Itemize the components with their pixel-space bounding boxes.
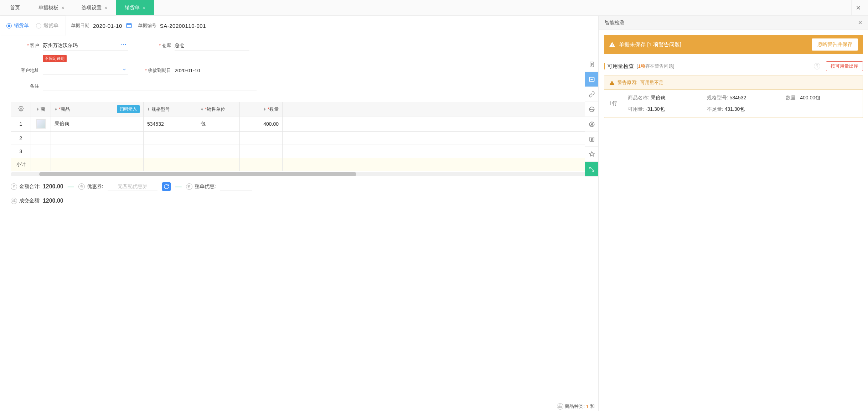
address-input[interactable] bbox=[43, 66, 128, 75]
remark-label: 备注 bbox=[11, 83, 39, 89]
deal-value: 1200.00 bbox=[43, 198, 63, 204]
svg-point-6 bbox=[591, 123, 593, 125]
discount-input[interactable] bbox=[220, 183, 252, 191]
due-date-label: 收款到期日 bbox=[143, 67, 171, 74]
warning-card: 警告原因: 可用量不足 1行 商品名称:果倍爽 规格型号:534532 数量 4… bbox=[604, 76, 863, 118]
discount-icon: 折 bbox=[186, 183, 192, 190]
due-date-input[interactable]: 2020-01-10 bbox=[175, 66, 249, 75]
tool-currency-icon[interactable] bbox=[585, 132, 598, 147]
panel-title: 智能检测 bbox=[605, 20, 625, 26]
col-qty[interactable]: *数量 bbox=[240, 102, 283, 116]
section-title: 可用量检查 bbox=[607, 63, 634, 70]
doc-header: 销货单 退货单 单据日期 2020-01-10 单据编号 SA-20200110… bbox=[0, 16, 598, 36]
side-toolbar bbox=[585, 57, 598, 177]
table-row[interactable]: 2 bbox=[11, 131, 587, 145]
radio-return[interactable]: 退货单 bbox=[36, 22, 58, 29]
summary-icon: 品 bbox=[557, 403, 563, 410]
smart-check-panel: 智能检测 × 单据未保存 [1 项警告问题] 忽略警告并保存 可用量检查 [1项… bbox=[599, 16, 868, 411]
row-index: 1行 bbox=[609, 95, 621, 113]
date-label: 单据日期 bbox=[71, 22, 89, 29]
horizontal-scrollbar[interactable] bbox=[11, 172, 588, 176]
tab-doc-template[interactable]: 单据模板× bbox=[30, 0, 73, 15]
close-icon[interactable]: × bbox=[858, 19, 862, 27]
table-header: 商 *商品扫码录入 规格型号 *销售单位 *数量 bbox=[11, 102, 587, 116]
warning-banner: 单据未保存 [1 项警告问题] 忽略警告并保存 bbox=[604, 35, 863, 54]
scan-button[interactable]: 扫码录入 bbox=[117, 105, 140, 113]
calendar-icon[interactable] bbox=[126, 22, 132, 30]
warning-icon bbox=[609, 41, 615, 48]
col-product[interactable]: *商品扫码录入 bbox=[51, 102, 144, 116]
warehouse-input[interactable]: 总仓 bbox=[175, 41, 249, 51]
tool-chart-icon[interactable] bbox=[585, 72, 598, 87]
help-icon[interactable]: ? bbox=[814, 63, 820, 69]
tool-link-icon[interactable] bbox=[585, 87, 598, 102]
table-row[interactable]: 3 bbox=[11, 145, 587, 158]
close-icon[interactable]: × bbox=[104, 5, 108, 11]
coupon-input[interactable]: 无匹配优惠券 bbox=[108, 183, 157, 191]
coupon-label: 优惠券: bbox=[87, 183, 103, 190]
date-value[interactable]: 2020-01-10 bbox=[93, 23, 122, 29]
discount-label: 整单优惠: bbox=[195, 183, 216, 190]
amount-label: 金额合计: bbox=[19, 183, 41, 190]
customer-label: 客户 bbox=[11, 42, 39, 49]
minus-icon: — bbox=[68, 183, 74, 191]
warehouse-label: 仓库 bbox=[143, 42, 171, 49]
close-icon[interactable]: × bbox=[143, 5, 146, 11]
tab-sales-order[interactable]: 销货单× bbox=[116, 0, 154, 15]
product-thumb bbox=[36, 119, 46, 129]
deal-icon: 成 bbox=[11, 198, 17, 204]
tool-star-icon[interactable] bbox=[585, 147, 598, 162]
col-settings[interactable] bbox=[11, 102, 31, 116]
svg-rect-0 bbox=[126, 23, 131, 27]
close-icon[interactable]: × bbox=[61, 5, 64, 11]
amount-value: 1200.00 bbox=[43, 183, 63, 190]
customer-badge: 不固定账期 bbox=[43, 55, 67, 62]
chevron-down-icon[interactable] bbox=[122, 67, 127, 73]
yen-icon: ¥ bbox=[11, 183, 17, 190]
radio-sales[interactable]: 销货单 bbox=[6, 22, 29, 29]
coupon-icon: 券 bbox=[78, 183, 85, 190]
col-unit[interactable]: *销售单位 bbox=[197, 102, 240, 116]
deal-label: 成交金额: bbox=[19, 198, 41, 204]
table-subtotal-row: 小计 bbox=[11, 158, 587, 171]
refresh-coupon-button[interactable] bbox=[162, 182, 171, 191]
col-spec[interactable]: 规格型号 bbox=[144, 102, 197, 116]
more-icon[interactable]: ··· bbox=[120, 42, 127, 47]
remark-input[interactable] bbox=[43, 82, 257, 90]
section-subtitle: [1项存在警告问题] bbox=[637, 63, 674, 69]
customer-input[interactable]: 苏州万达沃尔玛 ··· bbox=[43, 41, 128, 51]
svg-point-1 bbox=[20, 108, 22, 109]
tool-document-icon[interactable] bbox=[585, 57, 598, 72]
minus-icon: — bbox=[175, 183, 182, 191]
tool-return-icon[interactable] bbox=[585, 102, 598, 117]
tool-expand-icon[interactable] bbox=[585, 162, 598, 177]
tool-person-icon[interactable] bbox=[585, 117, 598, 132]
ignore-save-button[interactable]: 忽略警告并保存 bbox=[812, 38, 858, 51]
tab-home[interactable]: 首页 bbox=[0, 0, 30, 15]
outbound-by-available-button[interactable]: 按可用量出库 bbox=[826, 61, 863, 71]
close-all-tabs[interactable] bbox=[851, 0, 865, 15]
doc-no-value: SA-20200110-001 bbox=[160, 23, 206, 29]
doc-no-label: 单据编号 bbox=[138, 22, 156, 29]
col-image[interactable]: 商 bbox=[31, 102, 51, 116]
address-label: 客户地址 bbox=[11, 67, 39, 74]
table-row[interactable]: 1 果倍爽 534532 包 400.00 bbox=[11, 116, 587, 131]
tab-options[interactable]: 选项设置× bbox=[73, 0, 116, 15]
tabs-bar: 首页 单据模板× 选项设置× 销货单× bbox=[0, 0, 868, 16]
footer-summary: 品 商品种类: 1 和 bbox=[557, 403, 595, 410]
